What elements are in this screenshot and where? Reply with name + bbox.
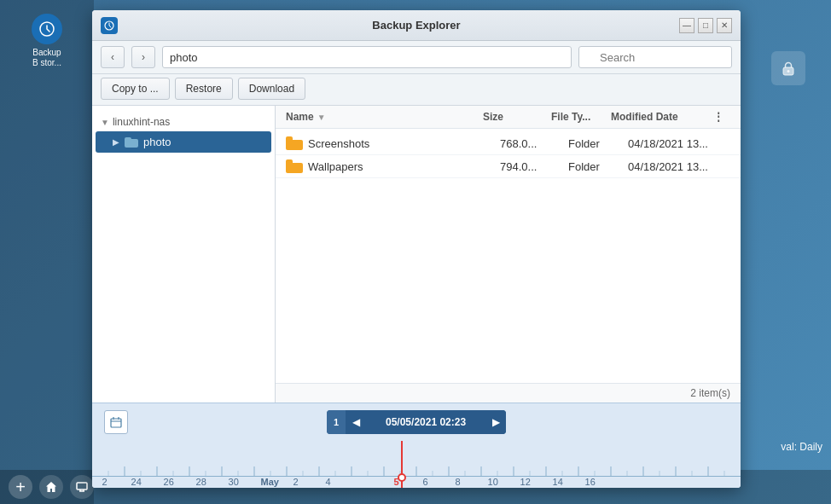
header-name[interactable]: Name ▼ xyxy=(286,111,483,123)
forward-icon: › xyxy=(142,51,145,63)
file-type: Folder xyxy=(568,137,628,150)
tree-panel: ▼ linuxhint-nas ▶ photo xyxy=(92,106,276,403)
timeline-area: 1 ◀ 05/05/2021 02:23 ▶ xyxy=(92,403,741,488)
table-row[interactable]: Screenshots 768.0... Folder 04/18/2021 1… xyxy=(276,132,741,155)
window-title: Backup Explorer xyxy=(372,19,460,32)
file-date: 04/18/2021 13... xyxy=(628,137,730,150)
timeline-nav: 1 ◀ 05/05/2021 02:23 ▶ xyxy=(327,410,506,434)
backup-explorer-window: Backup Explorer — □ ✕ ‹ › 🔍 Copy to ... … xyxy=(92,10,741,488)
timeline-prev-button[interactable]: ◀ xyxy=(346,410,366,434)
file-list: Screenshots 768.0... Folder 04/18/2021 1… xyxy=(276,129,741,383)
lock-button[interactable] xyxy=(771,51,805,85)
file-type: Folder xyxy=(568,160,628,173)
content-area: ▼ linuxhint-nas ▶ photo Name ▼ xyxy=(92,106,741,403)
table-row[interactable]: Wallpapers 794.0... Folder 04/18/2021 13… xyxy=(276,155,741,178)
tree-group-linuxhint[interactable]: ▼ linuxhint-nas xyxy=(92,113,275,131)
download-label: Download xyxy=(249,83,294,95)
folder-icon-small xyxy=(125,137,138,148)
copy-to-button[interactable]: Copy to ... xyxy=(101,78,170,100)
download-button[interactable]: Download xyxy=(238,78,305,100)
back-button[interactable]: ‹ xyxy=(101,46,125,68)
forward-button[interactable]: › xyxy=(131,46,155,68)
minimize-button[interactable]: — xyxy=(679,18,694,33)
close-button[interactable]: ✕ xyxy=(717,18,732,33)
timeline-date: 05/05/2021 02:23 xyxy=(366,410,485,434)
dsm-monitor-icon[interactable] xyxy=(70,475,94,499)
back-icon: ‹ xyxy=(111,51,114,63)
tree-item-label: photo xyxy=(143,136,171,148)
navigation-toolbar: ‹ › 🔍 xyxy=(92,41,741,74)
right-panel xyxy=(746,0,831,470)
timeline-controls: 1 ◀ 05/05/2021 02:23 ▶ xyxy=(92,403,741,441)
sort-icon: ▼ xyxy=(317,113,326,122)
prev-icon: ◀ xyxy=(352,416,360,428)
header-size[interactable]: Size xyxy=(483,111,551,123)
svg-point-2 xyxy=(787,70,790,72)
title-bar: Backup Explorer — □ ✕ xyxy=(92,10,741,41)
folder-icon xyxy=(286,136,303,150)
header-date[interactable]: Modified Date xyxy=(611,111,713,123)
backup-icon xyxy=(32,14,62,44)
file-name: Screenshots xyxy=(308,137,369,150)
timeline-labels: 2 24 26 28 30 May 2 4 5 6 8 10 12 14 16 xyxy=(92,475,741,488)
dsm-icon-backup[interactable]: BackupB stor... xyxy=(26,9,67,73)
next-icon: ▶ xyxy=(492,416,500,428)
timeline-track[interactable]: 2 24 26 28 30 May 2 4 5 6 8 10 12 14 16 xyxy=(92,441,741,488)
search-input[interactable] xyxy=(578,46,732,68)
timeline-next-button[interactable]: ▶ xyxy=(485,410,506,434)
tree-item-photo[interactable]: ▶ photo xyxy=(96,131,271,153)
header-type[interactable]: File Ty... xyxy=(551,111,611,123)
dsm-home-icon[interactable] xyxy=(39,475,63,499)
action-bar: Copy to ... Restore Download xyxy=(92,74,741,106)
restore-label: Restore xyxy=(186,83,222,95)
status-bar: 2 item(s) xyxy=(276,383,741,403)
file-name: Wallpapers xyxy=(308,160,363,173)
file-size: 768.0... xyxy=(500,137,568,150)
search-wrapper: 🔍 xyxy=(578,46,732,68)
file-size: 794.0... xyxy=(500,160,568,173)
calendar-button[interactable] xyxy=(104,410,128,434)
file-panel: Name ▼ Size File Ty... Modified Date ⋮ xyxy=(276,106,741,403)
version-number: 1 xyxy=(327,410,346,434)
file-date: 04/18/2021 13... xyxy=(628,160,730,173)
interval-label: val: Daily xyxy=(781,441,822,453)
svg-rect-3 xyxy=(77,483,87,490)
item-arrow: ▶ xyxy=(113,137,119,147)
restore-button[interactable]: Restore xyxy=(175,78,233,100)
file-header: Name ▼ Size File Ty... Modified Date ⋮ xyxy=(276,106,741,129)
folder-icon xyxy=(286,159,303,173)
svg-rect-5 xyxy=(111,419,121,427)
header-more[interactable]: ⋮ xyxy=(713,111,730,123)
add-app-button[interactable]: + xyxy=(9,475,32,499)
expand-arrow: ▼ xyxy=(101,118,109,127)
timeline-cursor xyxy=(401,441,403,488)
item-count: 2 item(s) xyxy=(690,387,730,399)
tree-group-label: linuxhint-nas xyxy=(113,116,170,128)
path-input[interactable] xyxy=(162,46,572,68)
maximize-button[interactable]: □ xyxy=(698,18,713,33)
app-icon xyxy=(101,17,118,34)
dsm-app-label: BackupB stor... xyxy=(32,48,61,68)
dsm-taskbar: BackupB stor... xyxy=(0,0,94,504)
window-controls: — □ ✕ xyxy=(679,10,732,40)
copy-label: Copy to ... xyxy=(112,83,159,95)
cursor-dot xyxy=(398,473,406,482)
